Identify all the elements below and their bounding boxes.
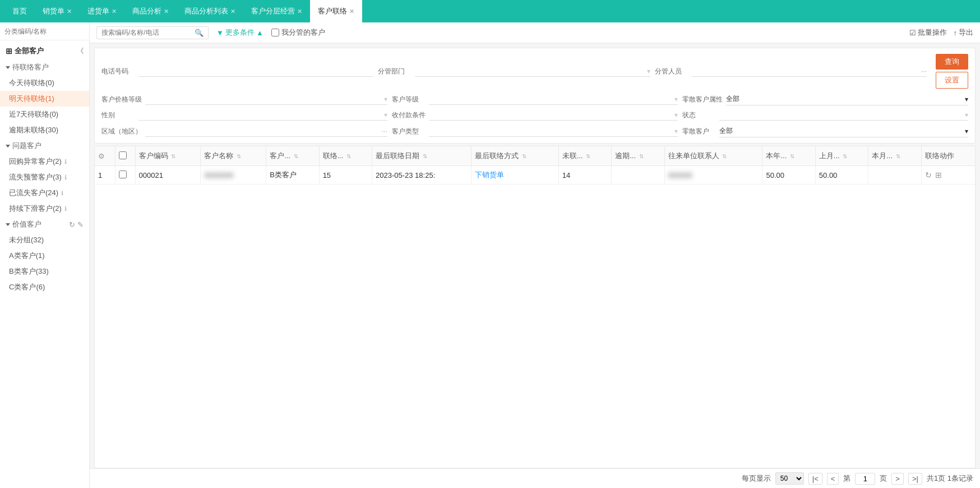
sidebar-section-problem[interactable]: 问题客户 [0,138,89,154]
sidebar-item-tomorrow[interactable]: 明天待联络(1) [0,91,89,107]
col-this-month[interactable]: 本月... ⇅ [868,146,921,166]
select-all-checkbox[interactable] [119,151,127,159]
col-customer-code[interactable]: 客户编码 ⇅ [135,146,201,166]
sidebar-item-declining[interactable]: 持续下滑客户(2) ℹ [0,201,89,217]
nav-close-purchase[interactable]: ✕ [112,8,117,15]
row-overdue [612,166,664,185]
col-settings[interactable]: ⚙ [95,146,115,166]
info-icon-3: ℹ [61,190,63,196]
sidebar: 🔍 ⊞ 全部客户 《 待联络客户 今天待联络(0) 明天待联络(1) [0,22,90,488]
export-btn[interactable]: ↑ 导出 [954,27,974,38]
first-page-btn[interactable]: |< [808,473,822,485]
payment-select[interactable]: ▾ [429,110,678,121]
customer-type-select[interactable]: ▾ [429,126,678,137]
more-filter-btn[interactable]: ▼ 更多条件 ▲ [213,26,267,39]
row-checkbox[interactable] [119,171,127,178]
prev-page-btn[interactable]: < [827,473,839,485]
search-icon[interactable]: 🔍 [195,29,204,37]
phone-input[interactable] [138,66,373,77]
col-last-month[interactable]: 上月... ⇅ [815,146,868,166]
nav-close-analysis[interactable]: ✕ [164,8,169,15]
sidebar-item-abnormal[interactable]: 回购异常客户(2) ℹ [0,154,89,169]
retail-customer-select[interactable]: 全部 ▾ [719,125,968,137]
next-page-btn[interactable]: > [891,473,904,485]
status-select[interactable]: ▾ [719,110,968,121]
search-box[interactable]: 🔍 [96,26,209,39]
contact-icon[interactable]: ↻ [925,171,932,179]
customer-level-select[interactable]: ▾ [429,94,678,105]
region-select[interactable]: ··· [145,126,387,137]
col-contact-count[interactable]: 联络... ⇅ [319,146,372,166]
info-icon-2: ℹ [64,174,67,181]
nav-close-customer-contact[interactable]: ✕ [349,8,354,15]
row-this-year: 50.00 [762,166,815,185]
nav-purchase-order[interactable]: 进货单 ✕ [80,0,124,22]
manager-select[interactable]: ··· [692,66,927,77]
sidebar-item-classB[interactable]: B类客户(33) [0,264,89,279]
col-last-contact-date[interactable]: 最后联络日期 ⇅ [372,146,471,166]
sidebar-item-7days[interactable]: 近7天待联络(0) [0,107,89,122]
export-icon: ↑ [954,29,958,37]
nav-sales-order[interactable]: 销货单 ✕ [35,0,80,22]
ellipsis-icon-region[interactable]: ··· [382,127,387,135]
col-customer-type[interactable]: 客户... ⇅ [266,146,319,166]
sort-icon-person: ⇅ [722,153,727,159]
nav-close-analysis-list[interactable]: ✕ [230,8,235,15]
nav-close-sales[interactable]: ✕ [67,8,72,15]
my-customers-filter[interactable]: 我分管的客户 [271,27,325,38]
more-action-icon[interactable]: ⊞ [935,171,942,179]
nav-close-customer-layer[interactable]: ✕ [297,8,302,15]
nav-home[interactable]: 首页 [4,0,35,22]
dept-select[interactable]: ▾ [415,66,650,77]
query-button[interactable]: 查询 [936,54,968,70]
sidebar-search-box[interactable]: 🔍 [0,22,89,40]
row-last-method[interactable]: 下销货单 [471,166,559,185]
col-this-year[interactable]: 本年... ⇅ [762,146,815,166]
last-page-btn[interactable]: >| [908,473,922,485]
last-method-link[interactable]: 下销货单 [475,171,504,179]
edit-icon[interactable]: ✎ [77,220,84,229]
refresh-icon[interactable]: ↻ [69,220,75,229]
my-customers-checkbox[interactable] [271,29,279,36]
sidebar-item-churn-warning[interactable]: 流失预警客户(3) ℹ [0,169,89,185]
gender-select[interactable]: ▾ [138,110,387,121]
nav-product-analysis-list[interactable]: 商品分析列表 ✕ [177,0,243,22]
col-checkbox[interactable] [115,146,135,166]
sidebar-search-input[interactable] [4,27,89,35]
col-last-contact-method[interactable]: 最后联络方式 ⇅ [471,146,559,166]
retail-attr-select[interactable]: 全部 ▾ [726,93,968,105]
ellipsis-icon-manager[interactable]: ··· [921,67,927,75]
sidebar-item-today[interactable]: 今天待联络(0) [0,75,89,91]
sidebar-item-classC[interactable]: C类客户(6) [0,279,89,295]
sidebar-section-value[interactable]: 价值客户 ↻ ✎ [0,217,89,232]
sidebar-item-overdue[interactable]: 逾期未联络(30) [0,122,89,138]
sidebar-item-churned[interactable]: 已流失客户(24) ℹ [0,185,89,201]
nav-product-analysis[interactable]: 商品分析 ✕ [124,0,177,22]
row-uncontacted: 14 [558,166,611,185]
right-panel: 🔍 ▼ 更多条件 ▲ 我分管的客户 ☑ 批量操作 ↑ 导出 [90,22,980,488]
col-uncontacted[interactable]: 未联... ⇅ [558,146,611,166]
nav-customer-contact[interactable]: 客户联络 ✕ [310,0,362,22]
price-level-select[interactable]: ▾ [145,94,387,105]
sidebar-section-pending[interactable]: 待联络客户 [0,59,89,75]
action-icons: ↻ ⊞ [925,171,972,179]
settings-button[interactable]: 设置 [936,72,968,89]
sidebar-all-customers[interactable]: ⊞ 全部客户 《 [0,43,89,59]
nav-customer-layer[interactable]: 客户分层经营 ✕ [243,0,310,22]
page-input[interactable] [855,473,875,485]
main-search-input[interactable] [101,29,192,36]
row-contact-count: 15 [319,166,372,185]
sidebar-item-ungrouped[interactable]: 未分组(32) [0,232,89,248]
settings-icon[interactable]: ⚙ [98,152,105,160]
sidebar-item-classA[interactable]: A类客户(1) [0,248,89,264]
per-page-select[interactable]: 50 100 200 [775,472,804,485]
filter-region: 区域（地区） ··· [101,126,387,137]
col-overdue[interactable]: 逾期... ⇅ [612,146,664,166]
col-contact-person[interactable]: 往来单位联系人 ⇅ [664,146,762,166]
table-row: 1 000021 XXXXXX B类客户 15 2023-05-23 18:25… [95,166,975,185]
batch-ops-btn[interactable]: ☑ 批量操作 [909,27,947,38]
col-customer-name[interactable]: 客户名称 ⇅ [201,146,266,166]
row-index: 1 [95,166,115,185]
chevron-down-icon-price: ▾ [384,95,387,103]
row-checkbox-cell[interactable] [115,166,135,185]
